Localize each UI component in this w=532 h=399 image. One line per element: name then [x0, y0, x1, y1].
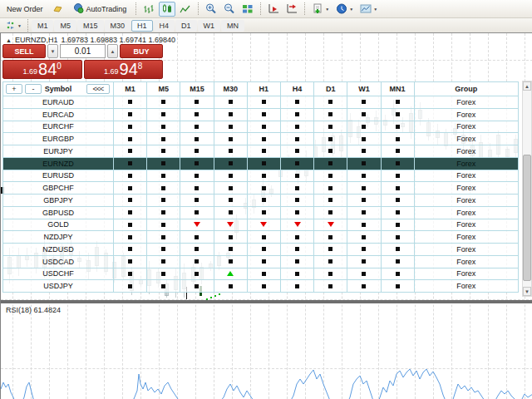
matrix-row-usdchf[interactable]: USDCHFForex	[3, 268, 518, 281]
auto-scroll-button[interactable]	[265, 2, 282, 17]
signal-cell[interactable]	[147, 182, 180, 194]
signal-cell[interactable]	[382, 268, 415, 280]
signal-cell[interactable]	[382, 219, 415, 231]
signal-cell[interactable]	[314, 158, 347, 170]
signal-cell[interactable]	[347, 109, 381, 121]
signal-cell[interactable]	[382, 133, 415, 145]
signal-cell[interactable]	[347, 231, 381, 243]
signal-cell[interactable]	[248, 256, 281, 268]
signal-cell[interactable]	[281, 280, 314, 292]
signal-cell[interactable]	[248, 96, 281, 108]
signal-cell[interactable]	[248, 170, 281, 182]
signal-cell[interactable]	[347, 280, 381, 292]
matrix-row-gbpjpy[interactable]: GBPJPYForex	[3, 195, 518, 207]
signal-cell[interactable]	[382, 195, 415, 206]
add-indicator-button[interactable]: ▼	[309, 2, 332, 17]
periods-button[interactable]: ▼	[333, 2, 356, 17]
sell-button[interactable]: SELL	[2, 44, 46, 58]
signal-cell[interactable]	[147, 219, 180, 231]
signal-cell[interactable]	[382, 158, 415, 170]
signal-cell[interactable]	[248, 109, 281, 121]
timeframe-button-mn[interactable]: MN	[221, 20, 244, 32]
signal-cell[interactable]	[248, 133, 281, 145]
timeframe-button-h4[interactable]: H4	[154, 20, 175, 32]
signal-cell[interactable]	[382, 280, 415, 292]
scroll-up-button[interactable]: ▲	[523, 81, 531, 91]
signal-cell[interactable]	[214, 109, 248, 121]
signal-cell[interactable]	[347, 145, 381, 157]
signal-cell[interactable]	[281, 96, 314, 108]
signal-cell[interactable]	[180, 182, 214, 194]
signal-cell[interactable]	[214, 219, 248, 231]
signal-cell[interactable]	[248, 207, 281, 219]
bar-chart-button[interactable]	[140, 2, 157, 17]
signal-cell[interactable]	[382, 231, 415, 243]
signal-cell[interactable]	[147, 256, 180, 268]
timeframe-button-m5[interactable]: M5	[54, 20, 76, 32]
signal-cell[interactable]	[214, 207, 248, 219]
matrix-row-euraud[interactable]: EURAUDForex	[3, 96, 518, 109]
matrix-row-gbpusd[interactable]: GBPUSDForex	[3, 207, 518, 219]
signal-cell[interactable]	[382, 109, 415, 121]
signal-cell[interactable]	[248, 268, 281, 280]
timeframe-button-d1[interactable]: D1	[175, 20, 197, 32]
signal-cell[interactable]	[314, 170, 347, 182]
matrix-row-eurnzd[interactable]: EURNZDForex	[3, 158, 518, 170]
signal-cell[interactable]	[180, 231, 214, 243]
signal-cell[interactable]	[147, 96, 180, 108]
signal-cell[interactable]	[248, 121, 281, 133]
line-chart-button[interactable]	[177, 2, 194, 17]
signal-cell[interactable]	[281, 133, 314, 145]
matrix-row-nzdjpy[interactable]: NZDJPYForex	[3, 231, 518, 244]
matrix-row-gbpchf[interactable]: GBPCHFForex	[3, 182, 518, 195]
signal-cell[interactable]	[314, 96, 347, 108]
signal-cell[interactable]	[180, 170, 214, 182]
signal-cell[interactable]	[180, 207, 214, 219]
signal-cell[interactable]	[248, 280, 281, 292]
signal-cell[interactable]	[180, 121, 214, 133]
volume-increase-button[interactable]: ▲	[107, 44, 118, 58]
signal-cell[interactable]	[347, 244, 381, 255]
signal-cell[interactable]	[382, 170, 415, 182]
timeframe-button-w1[interactable]: W1	[198, 20, 221, 32]
signal-cell[interactable]	[382, 121, 415, 133]
signal-cell[interactable]	[347, 121, 381, 133]
new-order-button[interactable]: New Order	[2, 2, 48, 16]
matrix-row-eurjpy[interactable]: EURJPYForex	[3, 145, 518, 158]
signal-cell[interactable]	[214, 158, 248, 170]
signal-cell[interactable]	[114, 244, 147, 255]
tile-windows-button[interactable]	[239, 2, 256, 17]
chart-profile-button[interactable]: ▼	[2, 18, 24, 33]
signal-cell[interactable]	[180, 133, 214, 145]
signal-cell[interactable]	[248, 182, 281, 194]
signal-cell[interactable]	[248, 195, 281, 206]
signal-cell[interactable]	[214, 268, 248, 280]
signal-cell[interactable]	[347, 133, 381, 145]
signal-cell[interactable]	[147, 133, 180, 145]
matrix-row-eurusd[interactable]: EURUSDForex	[3, 170, 518, 183]
signal-cell[interactable]	[248, 158, 281, 170]
matrix-row-usdcad[interactable]: USDCADForex	[3, 256, 518, 268]
buy-button[interactable]: BUY	[120, 44, 163, 58]
buy-price[interactable]: 1.69 94 8	[84, 60, 164, 79]
signal-cell[interactable]	[314, 280, 347, 292]
signal-cell[interactable]	[147, 121, 180, 133]
signal-cell[interactable]	[248, 231, 281, 243]
signal-cell[interactable]	[347, 268, 381, 280]
add-symbol-button[interactable]: +	[6, 84, 22, 94]
signal-cell[interactable]	[314, 121, 347, 133]
signal-cell[interactable]	[314, 109, 347, 121]
signal-cell[interactable]	[214, 244, 248, 255]
signal-cell[interactable]	[114, 268, 147, 280]
signal-cell[interactable]	[314, 219, 347, 231]
signal-cell[interactable]	[114, 231, 147, 243]
signal-cell[interactable]	[347, 182, 381, 194]
signal-cell[interactable]	[180, 145, 214, 157]
scroll-down-button[interactable]: ▼	[523, 287, 531, 296]
signal-cell[interactable]	[347, 195, 381, 206]
signal-cell[interactable]	[281, 170, 314, 182]
signal-cell[interactable]	[281, 256, 314, 268]
signal-cell[interactable]	[314, 231, 347, 243]
zoom-out-button[interactable]	[221, 2, 238, 17]
matrix-row-eurgbp[interactable]: EURGBPForex	[3, 133, 518, 145]
